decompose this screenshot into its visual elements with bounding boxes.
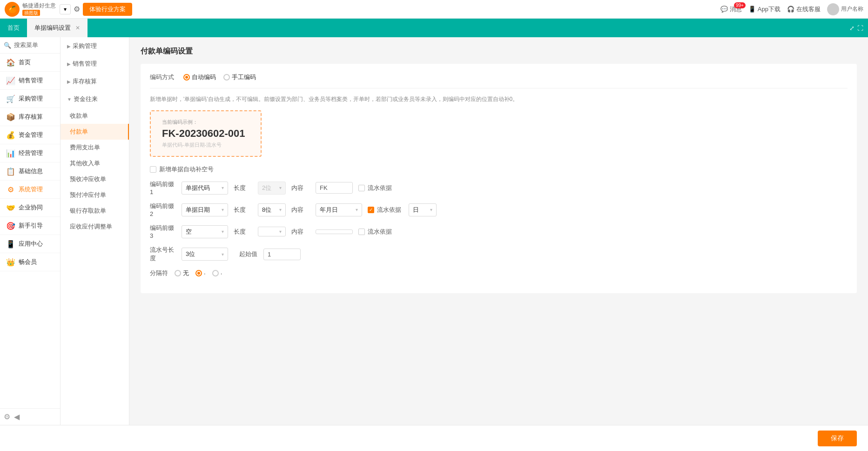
prefix1-serial-checkbox[interactable] — [358, 185, 365, 191]
chevron-right-icon2: ▶ — [67, 61, 71, 67]
sep-dot-dot — [197, 272, 200, 275]
prefix3-length-label: 长度 — [234, 228, 252, 236]
preview-label: 当前编码示例： — [162, 119, 249, 126]
sidebar-item-basic-info[interactable]: 📋 基础信息 — [0, 162, 60, 181]
start-value-input[interactable] — [263, 249, 301, 260]
settings-card: 编码方式 自动编码 手工编码 新增单据时，'单据编码'自动生成，不可编辑。前缀 — [141, 64, 857, 293]
prefix1-select[interactable]: 单据代码 ▾ — [182, 182, 228, 195]
sub-item-pre-pay[interactable]: 预付冲应付单 — [61, 187, 129, 203]
serial-length-row: 流水号长度 3位 ▾ 起始值 — [150, 246, 848, 263]
guide-icon: 🎯 — [7, 222, 15, 230]
sub-item-pre-collect[interactable]: 预收冲应收单 — [61, 171, 129, 187]
inventory-icon: 📦 — [7, 113, 15, 121]
sep-dot-radio[interactable]: · — [195, 270, 206, 277]
sub-item-payment[interactable]: 付款单 — [61, 124, 129, 140]
sep-none-circle — [175, 270, 181, 276]
bottom-bar: 保存 — [0, 425, 868, 451]
app-center-icon: 📱 — [7, 240, 15, 248]
auto-radio-dot — [185, 76, 188, 79]
chevron-right-icon: ▶ — [67, 44, 71, 49]
group-sales-header[interactable]: ▶ 销售管理 — [61, 55, 129, 73]
close-tab-icon[interactable]: ✕ — [75, 25, 80, 31]
sidebar-item-system[interactable]: ⚙ 系统管理 — [0, 181, 60, 199]
group-purchase: ▶ 采购管理 — [61, 37, 129, 55]
sidebar-item-guide[interactable]: 🎯 新手引导 — [0, 217, 60, 235]
expand-icon: ⤢ — [849, 25, 855, 32]
sub-item-other-income[interactable]: 其他收入单 — [61, 155, 129, 171]
prefix3-serial-checkbox[interactable] — [358, 229, 365, 235]
prefix2-select[interactable]: 单据日期 ▾ — [182, 203, 228, 216]
sidebar-item-home[interactable]: 🏠 首页 — [0, 54, 60, 72]
operations-icon: 📊 — [7, 149, 15, 157]
sub-item-bank-deposit[interactable]: 银行存取款单 — [61, 203, 129, 219]
sep-dash-radio[interactable]: · — [212, 270, 222, 277]
start-value-label: 起始值 — [239, 250, 258, 258]
tab-expand-button[interactable]: ⤢ ⛶ — [845, 19, 868, 37]
prefix3-select[interactable]: 空 ▾ — [182, 225, 228, 238]
prefix1-content-label: 内容 — [291, 184, 310, 192]
purchase-icon: 🛒 — [7, 94, 15, 103]
logo-text: 畅捷通好生意 插图版 — [22, 2, 56, 16]
prefix2-serial-period-select[interactable]: 日 ▾ — [409, 203, 437, 216]
sub-item-receipt[interactable]: 收款单 — [61, 108, 129, 124]
sub-item-expense[interactable]: 费用支出单 — [61, 140, 129, 155]
prefix3-label: 编码前缀3 — [150, 224, 176, 239]
separator-radio-group: 无 · · — [175, 269, 222, 277]
trial-button[interactable]: 体验行业方案 — [83, 3, 132, 16]
prefix2-serial-checkbox[interactable]: ✓ — [368, 207, 374, 213]
group-purchase-header[interactable]: ▶ 采购管理 — [61, 37, 129, 55]
collapse-icon[interactable]: ◀ — [14, 412, 20, 421]
group-inventory-header[interactable]: ▶ 库存核算 — [61, 73, 129, 90]
sidebar-item-purchase[interactable]: 🛒 采购管理 — [0, 90, 60, 108]
app-download-item[interactable]: 📱 App下载 — [748, 5, 781, 13]
prefix3-content-value — [316, 229, 353, 234]
prefix2-length-select[interactable]: 8位 ▾ — [258, 203, 286, 216]
online-service-item[interactable]: 🎧 在线客服 — [787, 5, 821, 13]
encoding-mode-row: 编码方式 自动编码 手工编码 — [150, 73, 848, 88]
serial-length-select[interactable]: 3位 ▾ — [182, 248, 228, 261]
tab-home[interactable]: 首页 — [0, 19, 27, 37]
group-inventory: ▶ 库存核算 — [61, 73, 129, 90]
prefix1-length-chevron-icon: ▾ — [279, 185, 282, 190]
prefix3-length-select[interactable]: ▾ — [258, 227, 286, 236]
tab-serial-settings[interactable]: 单据编码设置 ✕ — [27, 19, 87, 37]
prefix2-length-chevron-icon: ▾ — [279, 207, 282, 212]
auto-fill-checkbox[interactable] — [150, 166, 156, 173]
prefix2-content-select[interactable]: 年月日 ▾ — [316, 203, 362, 216]
logo-icon: 🍊 — [5, 2, 20, 17]
group-fund-flow-header[interactable]: ▼ 资金往来 — [61, 90, 129, 108]
top-bar-left: 🍊 畅捷通好生意 插图版 ▾ ⚙ 体验行业方案 — [5, 2, 132, 17]
group-fund-flow: ▼ 资金往来 收款单 付款单 费用支出单 其他收入单 预收冲应收单 预付冲应付单 — [61, 90, 129, 235]
home-icon: 🏠 — [7, 58, 15, 67]
sidebar-item-finance[interactable]: 💰 资金管理 — [0, 126, 60, 144]
auto-fill-label: 新增单据自动补空号 — [159, 165, 214, 174]
message-item[interactable]: 💬 消息 99+ — [720, 5, 742, 13]
fullscreen-icon: ⛶ — [857, 25, 863, 32]
finance-icon: 💰 — [7, 131, 15, 139]
auto-radio-circle — [183, 74, 190, 81]
sidebar-item-member[interactable]: 👑 畅会员 — [0, 253, 60, 271]
sep-none-radio[interactable]: 无 — [175, 269, 189, 277]
message-icon: 💬 — [720, 6, 728, 13]
manual-encoding-radio[interactable]: 手工编码 — [223, 73, 256, 81]
user-profile[interactable]: 用户名称 — [827, 3, 863, 15]
sidebar-item-operations[interactable]: 📊 经营管理 — [0, 144, 60, 162]
top-bar: 🍊 畅捷通好生意 插图版 ▾ ⚙ 体验行业方案 💬 消息 99+ 📱 App下载… — [0, 0, 868, 19]
auto-encoding-radio[interactable]: 自动编码 — [183, 73, 216, 81]
nav-tabs: 首页 单据编码设置 ✕ ⤢ ⛶ — [0, 19, 868, 37]
prefix2-content-chevron-icon: ▾ — [356, 207, 358, 212]
headset-icon: 🎧 — [787, 6, 794, 13]
prefix1-serial-row: 流水依据 — [358, 184, 392, 192]
sidebar-search[interactable]: 🔍 搜索菜单 — [0, 37, 60, 54]
sidebar-item-app-center[interactable]: 📱 应用中心 — [0, 235, 60, 253]
sidebar-item-corp[interactable]: 🤝 企业协同 — [0, 199, 60, 217]
sep-dash-circle — [212, 270, 219, 276]
sidebar-item-sales[interactable]: 📈 销售管理 — [0, 72, 60, 90]
save-button[interactable]: 保存 — [818, 431, 857, 446]
company-dropdown[interactable]: ▾ — [60, 4, 71, 14]
sep-dot-circle — [195, 270, 202, 276]
sidebar-item-inventory[interactable]: 📦 库存核算 — [0, 108, 60, 126]
sub-item-ar-ap-adjust[interactable]: 应收应付调整单 — [61, 219, 129, 235]
settings-icon[interactable]: ⚙ — [74, 5, 80, 13]
settings-bottom-icon[interactable]: ⚙ — [4, 412, 10, 421]
